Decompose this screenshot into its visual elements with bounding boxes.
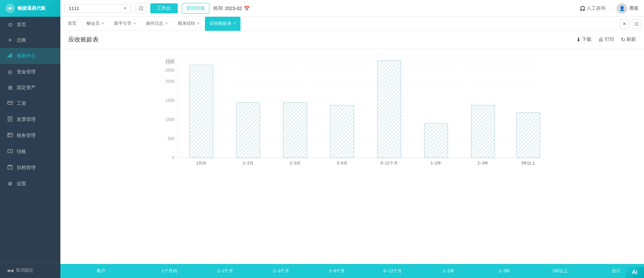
tab-closing-close[interactable]: × <box>197 21 200 26</box>
svg-text:1~2月: 1~2月 <box>243 161 254 165</box>
ledger-icon: ≡ <box>7 37 13 43</box>
print-button[interactable]: 🖨 打印 <box>598 37 614 43</box>
th-2-3y: 2~3年 <box>477 268 532 274</box>
company-selector[interactable]: 1111 ▼ <box>64 4 131 13</box>
pin-icon: ◀◀ <box>7 268 13 273</box>
svg-text:2~3年: 2~3年 <box>478 161 488 165</box>
sidebar-item-checkout[interactable]: 结账 <box>0 144 60 160</box>
expand-tab-button[interactable]: ⊡ <box>632 19 641 28</box>
page-content: 应收账龄表 ⬇ 下载 🖨 打印 ↻ 刷新 <box>60 31 644 278</box>
refresh-label: 刷新 <box>627 37 636 43</box>
period-value: 2023-02 <box>225 6 242 11</box>
refresh-icon: ↻ <box>621 37 625 43</box>
close-tab-button[interactable]: ✕ <box>620 19 629 28</box>
svg-rect-39 <box>330 105 354 158</box>
tab-vip-close[interactable]: × <box>102 21 104 26</box>
calendar-icon[interactable]: 📅 <box>244 6 250 11</box>
tabs-bar: 首页 畅会员 × 新手引导 × 操作日志 × 期末结转 × 应收账龄表 × <box>60 17 644 31</box>
funds-icon: ◎ <box>7 69 13 75</box>
svg-text:1~2年: 1~2年 <box>431 161 441 165</box>
tab-closing-label: 期末结转 <box>178 20 195 26</box>
svg-rect-0 <box>8 55 9 58</box>
sidebar-item-label: 发票管理 <box>17 117 36 123</box>
svg-text:1500: 1500 <box>165 98 174 103</box>
sidebar-item-invoice[interactable]: 发票管理 <box>0 112 60 128</box>
ai-badge[interactable]: Ai <box>625 267 644 278</box>
th-6-12m: 6~12个月 <box>365 268 421 274</box>
tab-vip-label: 畅会员 <box>87 20 100 26</box>
sidebar-item-settings[interactable]: ⚙ 设置 <box>0 176 60 192</box>
period-area: 账期 2023-02 📅 <box>213 5 250 11</box>
sidebar-item-ledger[interactable]: ≡ 总账 <box>0 32 60 48</box>
svg-text:1月内: 1月内 <box>196 161 207 165</box>
sidebar-item-funds[interactable]: ◎ 资金管理 <box>0 64 60 80</box>
sidebar-item-salary[interactable]: 工资 <box>0 95 60 112</box>
chart-container: 0 500 1000 1500 2000 2500 2500 2500 <box>60 49 644 264</box>
tab-guide-close[interactable]: × <box>133 21 136 26</box>
sidebar-item-label: 税务管理 <box>17 133 36 139</box>
sidebar-item-label: 设置 <box>17 181 26 187</box>
workbench-button[interactable]: 工作台 <box>150 3 178 13</box>
page-header: 应收账龄表 ⬇ 下载 🖨 打印 ↻ 刷新 <box>60 31 644 49</box>
sidebar-item-assets[interactable]: ⊞ 固定资产 <box>0 80 60 95</box>
tabs-actions: ✕ ⊡ <box>620 19 641 28</box>
svg-rect-35 <box>236 102 260 158</box>
tab-home[interactable]: 首页 <box>63 17 81 31</box>
logo-icon <box>5 4 15 13</box>
svg-rect-37 <box>283 102 307 158</box>
home-icon: ⊙ <box>7 21 13 28</box>
reports-icon <box>7 53 13 59</box>
svg-text:0: 0 <box>172 155 174 160</box>
svg-text:500: 500 <box>168 136 174 141</box>
sidebar-item-tax[interactable]: 税务管理 <box>0 128 60 144</box>
th-2-3m: 2~3个月 <box>253 268 309 274</box>
sidebar-item-label: 报表中心 <box>17 53 36 59</box>
tab-guide-label: 新手引导 <box>114 20 131 26</box>
support-button[interactable]: 🎧 人工咨询 <box>580 5 605 11</box>
archive-icon <box>7 164 13 171</box>
svg-rect-9 <box>8 133 12 137</box>
main-layout: ⊙ 首页 ≡ 总账 报表中心 ◎ 资金管理 <box>0 17 644 278</box>
th-3-6m: 3~6个月 <box>309 268 365 274</box>
download-label: 下载 <box>582 37 591 43</box>
sidebar: ⊙ 首页 ≡ 总账 报表中心 ◎ 资金管理 <box>0 17 60 278</box>
page-title: 应收账龄表 <box>68 36 99 44</box>
tab-log[interactable]: 操作日志 × <box>141 17 172 31</box>
user-name: 用友 <box>629 5 639 11</box>
checkout-icon <box>7 148 13 155</box>
tab-closing[interactable]: 期末结转 × <box>173 17 204 31</box>
svg-text:2500: 2500 <box>165 58 174 63</box>
tab-guide[interactable]: 新手引导 × <box>109 17 141 31</box>
content-area: 首页 畅会员 × 新手引导 × 操作日志 × 期末结转 × 应收账龄表 × <box>60 17 644 278</box>
assets-icon: ⊞ <box>7 84 13 91</box>
user-area[interactable]: 👤 用友 <box>616 3 639 14</box>
sidebar-pin-toggle[interactable]: ◀◀ 取消固定 <box>0 262 60 278</box>
avatar-icon: 👤 <box>619 6 625 11</box>
company-name: 1111 <box>69 6 120 11</box>
svg-text:2500: 2500 <box>165 68 174 73</box>
sidebar-item-label: 工资 <box>17 100 26 107</box>
th-3yplus: 3年以上 <box>532 268 588 274</box>
svg-rect-41 <box>377 61 401 158</box>
sidebar-scroll: ⊙ 首页 ≡ 总账 报表中心 ◎ 资金管理 <box>0 17 60 262</box>
download-button[interactable]: ⬇ 下载 <box>576 37 591 43</box>
tab-vip[interactable]: 畅会员 × <box>82 17 109 31</box>
settings-icon: ⚙ <box>7 181 13 187</box>
sidebar-item-reports[interactable]: 报表中心 <box>0 48 60 64</box>
svg-rect-43 <box>424 124 448 158</box>
switch-button[interactable]: 切到旧版 <box>182 3 209 14</box>
sidebar-item-label: 固定资产 <box>17 85 36 91</box>
sidebar-item-archive[interactable]: 归档管理 <box>0 160 60 176</box>
tab-aging-label: 应收账龄表 <box>210 20 231 26</box>
support-label: 人工咨询 <box>587 5 605 11</box>
copy-icon[interactable]: ⊡ <box>136 3 146 14</box>
svg-text:6~12个月: 6~12个月 <box>380 161 397 165</box>
headset-icon: 🎧 <box>580 6 585 11</box>
svg-text:3~6月: 3~6月 <box>337 161 347 165</box>
refresh-button[interactable]: ↻ 刷新 <box>621 37 636 43</box>
svg-rect-2 <box>11 53 12 58</box>
sidebar-item-home[interactable]: ⊙ 首页 <box>0 17 60 32</box>
tab-aging-close[interactable]: × <box>233 21 236 26</box>
tab-log-close[interactable]: × <box>165 21 168 26</box>
tab-aging[interactable]: 应收账龄表 × <box>205 17 240 31</box>
